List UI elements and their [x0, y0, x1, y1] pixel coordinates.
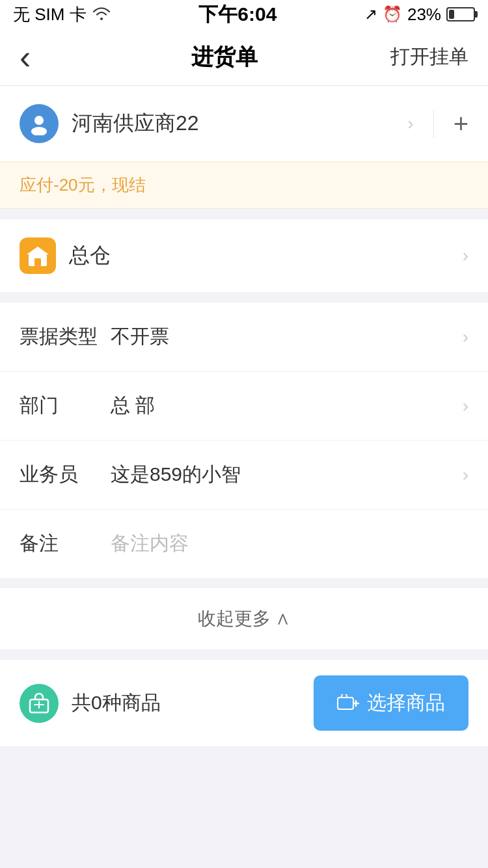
form-section: 票据类型 不开票 › 部门 总 部 › 业务员 这是859的小智 › 备注 备注…	[0, 303, 488, 578]
svg-point-0	[34, 116, 44, 125]
invoice-arrow-icon: ›	[463, 327, 468, 347]
department-label: 部门	[20, 392, 111, 419]
remark-label: 备注	[20, 530, 111, 557]
svg-rect-8	[338, 698, 353, 709]
wifi-icon	[92, 5, 111, 25]
supplier-divider	[433, 109, 434, 138]
bottom-bar: 共0种商品 选择商品	[0, 660, 488, 746]
svg-point-1	[31, 127, 47, 135]
collapse-button[interactable]: 收起更多 ∧	[0, 588, 488, 649]
department-value: 总 部	[111, 392, 463, 419]
status-bar: 无 SIM 卡 下午6:04 ↗ ⏰ 23%	[0, 0, 488, 29]
supplier-avatar	[20, 104, 59, 143]
sales-arrow-icon: ›	[463, 465, 468, 485]
svg-rect-4	[34, 258, 41, 266]
sales-row[interactable]: 业务员 这是859的小智 ›	[0, 441, 488, 509]
remark-input[interactable]: 备注内容	[111, 530, 468, 557]
open-pending-button[interactable]: 打开挂单	[390, 44, 468, 70]
supplier-section: 河南供应商22 › + 应付-20元，现结	[0, 86, 488, 209]
location-icon: ↗	[364, 5, 377, 23]
sales-value: 这是859的小智	[111, 461, 463, 488]
content: 河南供应商22 › + 应付-20元，现结 总仓 › 票据类型 不开票 › 部门	[0, 86, 488, 746]
supplier-name: 河南供应商22	[72, 109, 407, 138]
svg-marker-3	[27, 247, 49, 254]
goods-icon-wrap	[20, 684, 59, 723]
notice-text: 应付-20元，现结	[20, 175, 146, 195]
status-left: 无 SIM 卡	[13, 3, 111, 26]
carrier-text: 无 SIM 卡	[13, 3, 87, 26]
nav-bar: ‹ 进货单 打开挂单	[0, 29, 488, 86]
warehouse-row[interactable]: 总仓 ›	[0, 219, 488, 292]
sales-label: 业务员	[20, 461, 111, 488]
status-right: ↗ ⏰ 23%	[364, 5, 475, 25]
alarm-icon: ⏰	[383, 5, 402, 23]
battery-icon	[446, 7, 475, 21]
invoice-row[interactable]: 票据类型 不开票 ›	[0, 303, 488, 372]
select-goods-button[interactable]: 选择商品	[314, 675, 468, 731]
select-goods-label: 选择商品	[367, 690, 445, 716]
battery-text: 23%	[407, 5, 441, 25]
remark-row[interactable]: 备注 备注内容	[0, 509, 488, 578]
invoice-label: 票据类型	[20, 323, 111, 350]
warehouse-name: 总仓	[69, 241, 463, 270]
supplier-arrow-icon: ›	[407, 113, 413, 134]
invoice-value: 不开票	[111, 323, 463, 350]
department-row[interactable]: 部门 总 部 ›	[0, 372, 488, 441]
back-button[interactable]: ‹	[20, 38, 59, 77]
warehouse-icon-wrap	[20, 237, 56, 274]
department-arrow-icon: ›	[463, 396, 468, 416]
supplier-row[interactable]: 河南供应商22 › +	[0, 86, 488, 161]
collapse-label: 收起更多 ∧	[198, 608, 291, 629]
nav-title: 进货单	[191, 42, 258, 72]
goods-count: 共0种商品	[72, 690, 314, 716]
warehouse-arrow-icon: ›	[463, 245, 468, 266]
add-supplier-button[interactable]: +	[454, 109, 468, 139]
status-time: 下午6:04	[198, 1, 277, 28]
notice-bar: 应付-20元，现结	[0, 161, 488, 209]
